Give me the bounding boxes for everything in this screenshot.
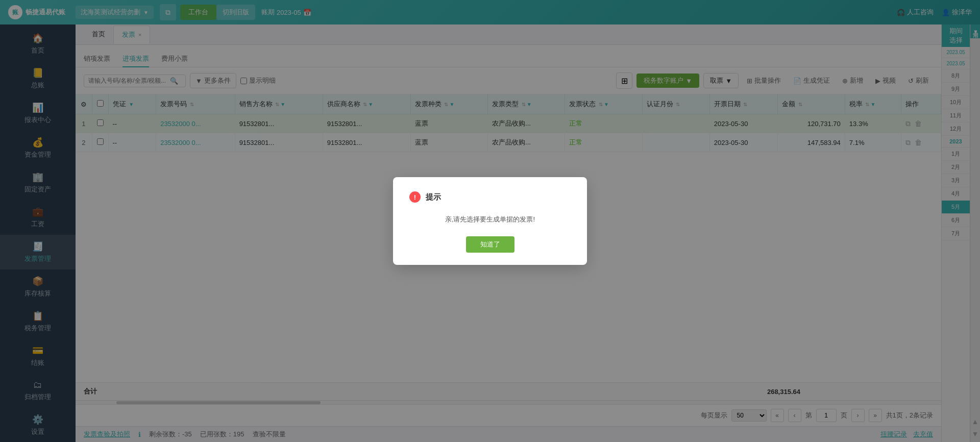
- modal-footer: 知道了: [409, 236, 571, 253]
- modal-ok-button[interactable]: 知道了: [466, 236, 514, 253]
- modal-warning-icon: !: [409, 191, 421, 203]
- modal-dialog: ! 提示 亲,请先选择要生成单据的发票! 知道了: [393, 177, 587, 265]
- modal-title-row: ! 提示: [409, 191, 571, 203]
- modal-overlay: ! 提示 亲,请先选择要生成单据的发票! 知道了: [0, 0, 980, 442]
- modal-body: 亲,请先选择要生成单据的发票!: [409, 211, 571, 228]
- modal-title: 提示: [426, 192, 441, 202]
